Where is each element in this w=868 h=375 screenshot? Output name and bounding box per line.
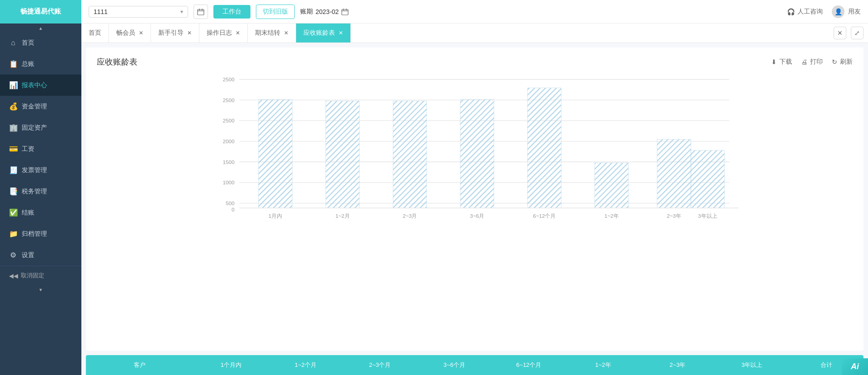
chart-svg: 2500 2500 2500 2000 1500 1000 500 0: [97, 75, 853, 228]
tab-close-oplog[interactable]: ✕: [236, 30, 240, 36]
header-center: 1111 ▾ 工作台 切到旧版 账期 2023-02: [89, 5, 787, 19]
tax-icon: 📑: [9, 187, 17, 196]
main-layout: ▲ ⌂首页📋总账📊报表中心💰资金管理🏢固定资产💳工资🧾发票管理📑税务管理✅结账📁…: [0, 23, 868, 375]
tab-label-member: 畅会员: [116, 29, 135, 37]
svg-text:2000: 2000: [223, 138, 235, 144]
sidebar-item-reports[interactable]: 📊报表中心: [0, 75, 81, 96]
tab-label-guide: 新手引导: [158, 29, 184, 37]
download-icon: ⬇: [771, 58, 777, 66]
tab-label-home: 首页: [89, 29, 101, 37]
download-button[interactable]: ⬇ 下载: [771, 58, 792, 66]
bar-3年以上: [691, 150, 724, 208]
sidebar-label-salary: 工资: [22, 145, 34, 153]
sidebar-item-assets[interactable]: 🏢固定资产: [0, 117, 81, 138]
svg-text:1~2年: 1~2年: [604, 213, 619, 219]
table-header-bar: 客户1个月内1~2个月2~3个月3~6个月6~12个月1~2年2~3年3年以上合…: [86, 355, 863, 375]
tab-guide[interactable]: 新手引导✕: [151, 23, 199, 42]
sidebar-item-invoice[interactable]: 🧾发票管理: [0, 159, 81, 181]
refresh-button[interactable]: ↻ 刷新: [832, 58, 853, 66]
tab-close-aging[interactable]: ✕: [339, 30, 343, 36]
sidebar-label-settle: 结账: [22, 209, 34, 217]
tab-close-period_end[interactable]: ✕: [284, 30, 288, 36]
svg-text:3年以上: 3年以上: [698, 213, 717, 219]
sidebar: ▲ ⌂首页📋总账📊报表中心💰资金管理🏢固定资产💳工资🧾发票管理📑税务管理✅结账📁…: [0, 23, 81, 375]
svg-text:1500: 1500: [223, 159, 235, 165]
tab-close-guide[interactable]: ✕: [187, 30, 192, 36]
tabs-bar-wrapper: 首页畅会员✕新手引导✕操作日志✕期末结转✕应收账龄表✕ ✕ ⤢: [81, 23, 868, 43]
bar-2~3年: [657, 139, 691, 208]
cancel-fixed-label: 取消固定: [21, 272, 44, 280]
sidebar-scroll-down[interactable]: ▼: [0, 285, 81, 294]
consult-button[interactable]: 🎧 人工咨询: [787, 8, 823, 16]
sidebar-item-settings[interactable]: ⚙设置: [0, 244, 81, 266]
sidebar-scroll-up[interactable]: ▲: [0, 23, 81, 33]
sidebar-item-archive[interactable]: 📁归档管理: [0, 223, 81, 244]
bar-1~2月: [326, 101, 359, 208]
assets-icon: 🏢: [9, 123, 17, 132]
sidebar-item-funds[interactable]: 💰资金管理: [0, 96, 81, 117]
tab-member[interactable]: 畅会员✕: [109, 23, 151, 42]
company-select[interactable]: 1111 ▾: [89, 6, 188, 18]
tab-oplog[interactable]: 操作日志✕: [199, 23, 248, 42]
svg-text:2500: 2500: [223, 97, 235, 103]
svg-text:500: 500: [226, 200, 235, 206]
sidebar-label-tax: 税务管理: [22, 188, 47, 196]
table-header-0: 客户: [86, 361, 194, 369]
sidebar-item-home[interactable]: ⌂首页: [0, 33, 81, 53]
content-area: 首页畅会员✕新手引导✕操作日志✕期末结转✕应收账龄表✕ ✕ ⤢ 应收账龄表 ⬇ …: [81, 23, 868, 375]
sidebar-label-archive: 归档管理: [22, 230, 47, 238]
tab-label-period_end: 期末结转: [255, 29, 280, 37]
workbench-button[interactable]: 工作台: [213, 5, 250, 19]
print-icon: 🖨: [801, 58, 807, 66]
salary-icon: 💳: [9, 145, 17, 153]
sidebar-item-salary[interactable]: 💳工资: [0, 138, 81, 159]
tab-aging[interactable]: 应收账龄表✕: [296, 23, 351, 42]
page-content: 应收账龄表 ⬇ 下载 🖨 打印 ↻ 刷新: [86, 47, 863, 351]
header-right: 🎧 人工咨询 👤 用友: [787, 5, 861, 18]
page-header: 应收账龄表 ⬇ 下载 🖨 打印 ↻ 刷新: [97, 56, 853, 67]
svg-text:2500: 2500: [223, 117, 235, 123]
svg-text:1~2月: 1~2月: [335, 213, 350, 219]
sidebar-item-ledger[interactable]: 📋总账: [0, 53, 81, 75]
tab-close-member[interactable]: ✕: [139, 30, 143, 36]
top-header: 畅捷通易代账 1111 ▾ 工作台 切到旧版 账期 2023-02 🎧 人工咨询: [0, 0, 868, 23]
tab-label-oplog: 操作日志: [207, 29, 232, 37]
sidebar-item-settle[interactable]: ✅结账: [0, 202, 81, 223]
table-header-6: 1~2年: [566, 361, 641, 369]
sidebar-label-funds: 资金管理: [22, 103, 47, 111]
print-button[interactable]: 🖨 打印: [801, 58, 823, 66]
tab-period_end[interactable]: 期末结转✕: [248, 23, 296, 42]
user-name: 用友: [848, 8, 861, 16]
expand-tab-btn[interactable]: ⤢: [851, 27, 863, 39]
sidebar-item-tax[interactable]: 📑税务管理: [0, 181, 81, 202]
switch-version-button[interactable]: 切到旧版: [256, 5, 295, 19]
period-value: 2023-02: [316, 8, 339, 15]
bar-3~6月: [460, 99, 494, 208]
table-header-1: 1个月内: [194, 361, 269, 369]
svg-text:2500: 2500: [223, 76, 235, 82]
archive-icon: 📁: [9, 230, 17, 238]
bar-2~3月: [393, 101, 426, 208]
table-header-8: 3年以上: [715, 361, 789, 369]
settle-icon: ✅: [9, 208, 17, 217]
calendar-icon-btn[interactable]: [193, 5, 208, 19]
ledger-icon: 📋: [9, 60, 17, 68]
svg-text:6~12个月: 6~12个月: [533, 213, 556, 219]
close-tab-btn[interactable]: ✕: [834, 27, 846, 39]
chevron-down-icon: ▾: [180, 9, 183, 15]
svg-text:0: 0: [231, 206, 235, 212]
svg-text:2~3月: 2~3月: [403, 213, 417, 219]
page-actions: ⬇ 下载 🖨 打印 ↻ 刷新: [771, 58, 853, 66]
user-area[interactable]: 👤 用友: [832, 5, 861, 18]
tab-label-aging: 应收账龄表: [303, 29, 335, 37]
sidebar-label-ledger: 总账: [22, 60, 34, 68]
cancel-fixed-button[interactable]: ◀◀ 取消固定: [0, 266, 81, 285]
ai-badge[interactable]: Ai: [842, 358, 868, 375]
home-icon: ⌂: [9, 39, 17, 47]
company-name: 1111: [94, 8, 177, 15]
svg-text:3~6月: 3~6月: [470, 213, 484, 219]
reports-icon: 📊: [9, 81, 17, 89]
bar-1~2年: [595, 163, 628, 208]
tab-home[interactable]: 首页: [81, 23, 109, 42]
page-title: 应收账龄表: [97, 56, 137, 67]
